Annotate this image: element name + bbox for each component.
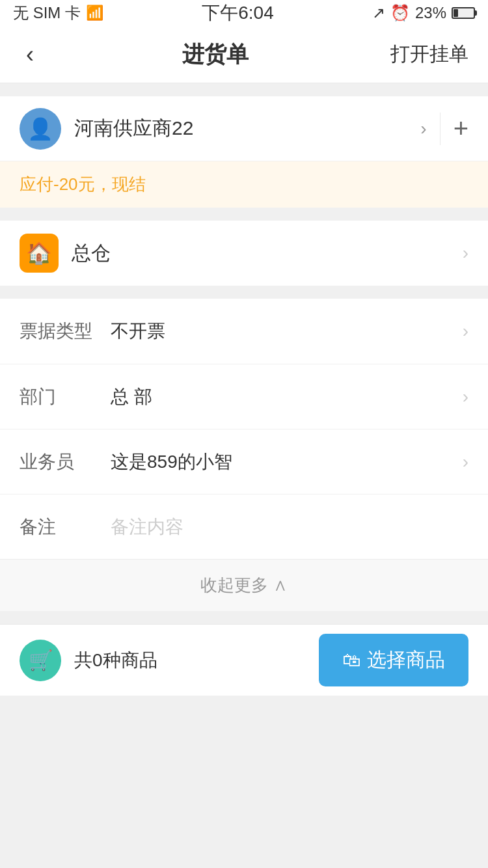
location-icon: ↗	[372, 4, 385, 22]
sales-arrow-icon: ›	[463, 452, 468, 472]
battery-bar	[452, 7, 475, 19]
mid-divider-2	[0, 286, 488, 299]
battery-fill	[454, 9, 458, 17]
back-button[interactable]: ‹	[20, 34, 40, 75]
invoice-row[interactable]: 票据类型 不开票 ›	[0, 299, 488, 364]
open-pending-button[interactable]: 打开挂单	[390, 41, 468, 68]
dept-row[interactable]: 部门 总 部 ›	[0, 364, 488, 429]
person-icon: 👤	[27, 116, 53, 141]
payment-notice: 应付-20元，现结	[0, 161, 488, 208]
warehouse-name: 总仓	[72, 240, 463, 267]
warehouse-arrow-icon: ›	[463, 243, 468, 264]
carrier-label: 无 SIM 卡	[13, 3, 81, 23]
form-card: 票据类型 不开票 › 部门 总 部 › 业务员 这是859的小智 › 备注 备注…	[0, 299, 488, 611]
status-left: 无 SIM 卡 📶	[13, 3, 103, 23]
dept-label: 部门	[20, 385, 98, 409]
invoice-label: 票据类型	[20, 319, 98, 344]
mid-divider-1	[0, 208, 488, 221]
product-count: 共0种商品	[74, 648, 319, 673]
status-time: 下午6:04	[202, 1, 274, 25]
warehouse-icon: 🏠	[26, 241, 52, 265]
sales-row[interactable]: 业务员 这是859的小智 ›	[0, 429, 488, 494]
status-bar: 无 SIM 卡 📶 下午6:04 ↗ ⏰ 23%	[0, 0, 488, 26]
nav-bar: ‹ 进货单 打开挂单	[0, 26, 488, 83]
warehouse-card: 🏠 总仓 ›	[0, 221, 488, 286]
invoice-value: 不开票	[98, 319, 463, 344]
product-bar: 🛒 共0种商品 🛍 选择商品	[0, 624, 488, 696]
wifi-icon: 📶	[86, 5, 103, 21]
dept-value: 总 部	[98, 385, 463, 409]
battery-percent: 23%	[415, 4, 446, 22]
supplier-add-button[interactable]: +	[454, 114, 468, 143]
supplier-row[interactable]: 👤 河南供应商22 › +	[0, 96, 488, 161]
select-product-label: 选择商品	[367, 647, 445, 673]
supplier-card: 👤 河南供应商22 › + 应付-20元，现结	[0, 96, 488, 208]
shopping-bag-icon: 🛒	[29, 649, 53, 671]
supplier-name: 河南供应商22	[74, 115, 420, 142]
warehouse-icon-bg: 🏠	[20, 234, 59, 273]
supplier-arrow-icon: ›	[420, 118, 426, 139]
bottom-fill	[0, 696, 488, 868]
dept-arrow-icon: ›	[463, 387, 468, 407]
top-divider	[0, 83, 488, 96]
cart-plus-icon: 🛍	[342, 649, 360, 671]
supplier-divider	[440, 113, 441, 145]
collapse-row[interactable]: 收起更多 ∧	[0, 559, 488, 611]
sales-label: 业务员	[20, 450, 98, 474]
status-right: ↗ ⏰ 23%	[372, 4, 475, 22]
select-product-button[interactable]: 🛍 选择商品	[319, 634, 468, 686]
page-title: 进货单	[182, 40, 249, 70]
remark-row[interactable]: 备注 备注内容	[0, 494, 488, 559]
remark-input[interactable]: 备注内容	[98, 515, 468, 539]
supplier-avatar: 👤	[20, 108, 61, 150]
warehouse-row[interactable]: 🏠 总仓 ›	[0, 221, 488, 286]
sales-value: 这是859的小智	[98, 450, 463, 474]
invoice-arrow-icon: ›	[463, 321, 468, 342]
product-bag-icon: 🛒	[20, 640, 61, 681]
remark-label: 备注	[20, 515, 98, 539]
collapse-label: 收起更多 ∧	[200, 574, 287, 597]
alarm-icon: ⏰	[390, 4, 410, 22]
